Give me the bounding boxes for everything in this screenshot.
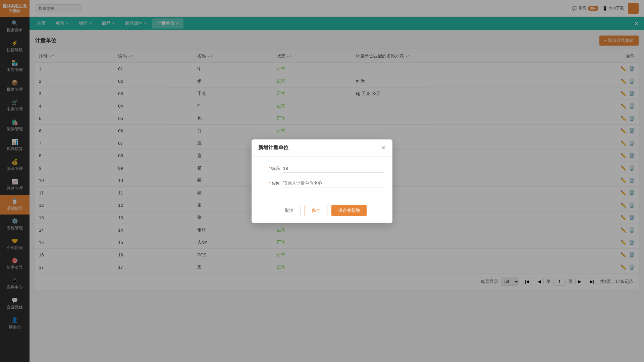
- name-label: *名称: [260, 180, 280, 186]
- code-form-row: *编码: [260, 165, 384, 173]
- add-unit-modal: 新增计量单位 ✕ *编码 *名称 取消 保存 保存并新增: [252, 139, 392, 223]
- cancel-button[interactable]: 取消: [278, 205, 301, 216]
- modal-footer: 取消 保存 保存并新增: [252, 199, 392, 223]
- modal-close-button[interactable]: ✕: [381, 144, 386, 152]
- modal-body: *编码 *名称: [252, 157, 392, 199]
- name-input[interactable]: [283, 179, 384, 187]
- save-and-new-button[interactable]: 保存并新增: [331, 205, 367, 216]
- name-required-mark: *: [269, 181, 270, 186]
- save-button[interactable]: 保存: [305, 205, 327, 216]
- code-label: *编码: [260, 166, 280, 172]
- code-input[interactable]: [283, 165, 384, 173]
- modal-overlay: 新增计量单位 ✕ *编码 *名称 取消 保存 保存并新增: [0, 0, 644, 362]
- name-form-row: *名称: [260, 179, 384, 187]
- modal-header: 新增计量单位 ✕: [252, 139, 392, 157]
- modal-title: 新增计量单位: [258, 144, 288, 151]
- code-required-mark: *: [269, 166, 270, 171]
